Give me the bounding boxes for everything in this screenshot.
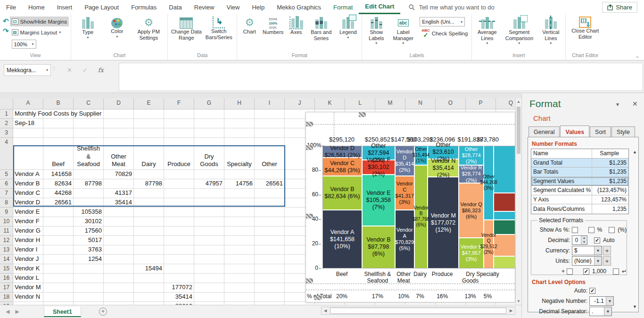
cell[interactable]: Vendor D xyxy=(13,198,43,208)
margin-handle[interactable] xyxy=(306,145,313,150)
zoom-select[interactable]: 100%▾ xyxy=(12,40,36,49)
cell[interactable] xyxy=(255,217,285,226)
cell[interactable] xyxy=(74,128,104,138)
horizontal-scroll-thumb[interactable] xyxy=(330,308,506,314)
prev-sheet-icon[interactable]: ◀ xyxy=(0,309,15,315)
cell[interactable] xyxy=(194,119,224,128)
row-header-18[interactable]: 18 xyxy=(0,293,13,302)
cell[interactable] xyxy=(194,283,224,293)
cell[interactable]: Sep-18 xyxy=(13,119,43,128)
column-header-J[interactable]: J xyxy=(285,98,315,109)
cell[interactable] xyxy=(224,189,255,198)
cell[interactable] xyxy=(43,264,74,274)
cell[interactable]: Vendor L xyxy=(13,274,43,283)
cell[interactable]: 87798 xyxy=(134,179,164,189)
cell[interactable] xyxy=(134,170,164,179)
cell[interactable]: Vendor C xyxy=(13,189,43,198)
cell[interactable] xyxy=(255,274,285,283)
cell[interactable] xyxy=(164,198,194,208)
cell[interactable] xyxy=(164,170,194,179)
cell[interactable] xyxy=(164,274,194,283)
cell[interactable]: Vendor M xyxy=(13,283,43,293)
column-header-I[interactable]: I xyxy=(255,98,285,109)
column-header-K[interactable]: K xyxy=(315,98,345,109)
cell[interactable] xyxy=(224,245,255,255)
column-header-D[interactable]: D xyxy=(104,98,134,109)
spin-up-icon[interactable]: ▲ xyxy=(581,236,587,240)
mekko-segment[interactable] xyxy=(494,211,515,219)
cell[interactable] xyxy=(104,226,134,236)
cell[interactable] xyxy=(224,208,255,217)
show-hide-margins-button[interactable]: Show/Hide Margins xyxy=(10,17,69,26)
spin-down-icon[interactable]: ▼ xyxy=(581,240,587,244)
cell[interactable] xyxy=(255,189,285,198)
negative-number-select[interactable]: -1.1 ▼ xyxy=(589,296,614,306)
cell[interactable] xyxy=(194,293,224,302)
average-lines-button[interactable]: Average Lines▾ xyxy=(474,15,500,45)
number-format-row-y-axis[interactable]: Y Axis123,457% xyxy=(531,195,628,205)
column-header-M[interactable]: M xyxy=(375,98,405,109)
cell[interactable] xyxy=(224,283,255,293)
language-select[interactable]: English (Uni...▾ xyxy=(420,17,465,26)
mekko-segment[interactable]: Vendor D $35,414 (2%) xyxy=(396,146,414,176)
cell[interactable]: Other Meat xyxy=(104,138,134,170)
cell[interactable] xyxy=(194,128,224,138)
cell[interactable] xyxy=(224,274,255,283)
cell[interactable] xyxy=(134,217,164,226)
cell[interactable] xyxy=(224,255,255,264)
cell[interactable] xyxy=(164,109,194,119)
percent-checkbox[interactable] xyxy=(588,227,594,233)
tab-format[interactable]: Format xyxy=(327,0,359,14)
cell[interactable] xyxy=(43,217,74,226)
cell[interactable] xyxy=(74,293,104,302)
cell[interactable] xyxy=(224,119,255,128)
column-header-A[interactable]: A xyxy=(13,98,43,109)
column-header-C[interactable]: C xyxy=(74,98,104,109)
cell[interactable] xyxy=(194,255,224,264)
cell[interactable] xyxy=(104,109,134,119)
tab-help[interactable]: Help xyxy=(246,0,271,14)
label-manager-button[interactable]: abc Label Manager▾ xyxy=(388,15,418,45)
show-as-checkbox[interactable] xyxy=(572,227,578,233)
row-header-13[interactable]: 13 xyxy=(0,245,13,255)
cell[interactable] xyxy=(134,245,164,255)
name-box[interactable]: Mekkogra...▾ xyxy=(4,64,51,76)
mekko-segment[interactable]: Vendor E $105,358 (7%) xyxy=(363,174,395,225)
cell[interactable] xyxy=(43,208,74,217)
cell[interactable] xyxy=(74,264,104,274)
cell[interactable] xyxy=(255,283,285,293)
panel-tab-general[interactable]: General xyxy=(528,126,560,137)
mekko-segment[interactable]: Vendor A $70,829 (5%) xyxy=(396,209,414,268)
vertical-lines-button[interactable]: Vertical Lines▾ xyxy=(538,15,563,45)
segment-comparison-button[interactable]: Segment Comparison▾ xyxy=(500,15,538,45)
cell[interactable]: Dairy xyxy=(134,138,164,170)
units-dropdown-icon[interactable]: ▼ xyxy=(594,257,602,265)
cell[interactable]: 87798 xyxy=(74,179,104,189)
row-header-8[interactable]: 8 xyxy=(0,198,13,208)
horizontal-scrollbar[interactable]: ◀ ▶ xyxy=(321,307,515,315)
cell[interactable] xyxy=(194,198,224,208)
cell[interactable]: Vendor G xyxy=(13,226,43,236)
cell[interactable] xyxy=(255,293,285,302)
tab-formulas[interactable]: Formulas xyxy=(125,0,163,14)
switch-bars-series-button[interactable]: ↳ Switch Bars/Series xyxy=(203,15,235,40)
cell[interactable]: 35414 xyxy=(164,293,194,302)
mekko-segment[interactable]: Vendor D $26,561 (2%) xyxy=(323,146,362,157)
scroll-up-icon[interactable]: ▲ xyxy=(516,98,521,105)
cell[interactable] xyxy=(104,179,134,189)
change-data-range-button[interactable]: Change Data Range xyxy=(170,15,203,41)
cell[interactable] xyxy=(255,170,285,179)
format-axes-button[interactable]: Axes xyxy=(286,15,306,35)
margin-handle[interactable] xyxy=(314,295,322,300)
mekko-segment[interactable]: Other $44,268 (3%) xyxy=(484,146,493,219)
cell[interactable]: 26561 xyxy=(43,198,74,208)
cell[interactable] xyxy=(104,264,134,274)
cell[interactable] xyxy=(134,198,164,208)
cell[interactable] xyxy=(224,198,255,208)
cell[interactable] xyxy=(255,119,285,128)
plus-sign-checkbox[interactable] xyxy=(567,268,573,275)
insert-function-icon[interactable]: fx xyxy=(98,67,104,74)
row-header-14[interactable]: 14 xyxy=(0,255,13,264)
row-header-3[interactable]: 3 xyxy=(0,128,13,138)
mekko-segment[interactable]: Vendor C $41,317 (3%) xyxy=(396,176,414,209)
